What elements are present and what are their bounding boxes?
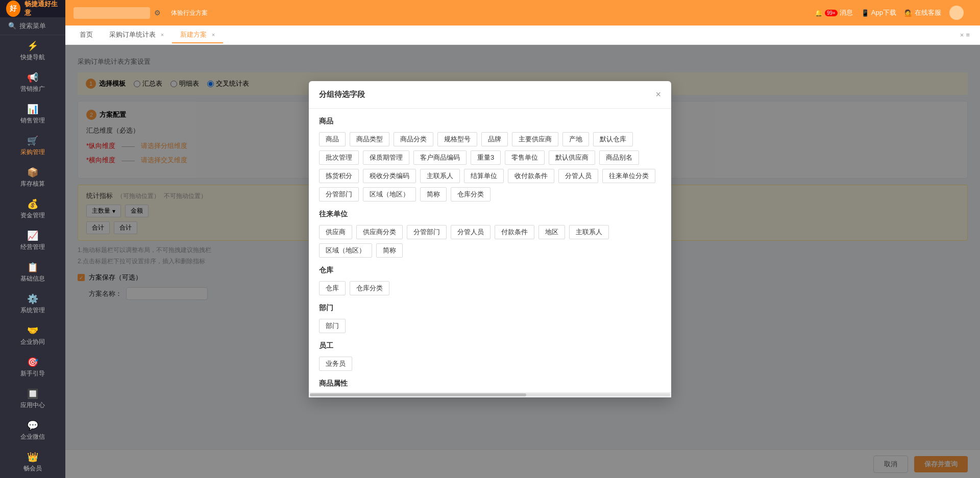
- field-tag-0-3[interactable]: 规格型号: [437, 132, 477, 146]
- field-tag-0-14[interactable]: 商品别名: [599, 150, 639, 165]
- header-settings-icon[interactable]: ⚙: [154, 9, 161, 17]
- logo-icon: 好: [6, 1, 20, 17]
- tab-purchase-stats[interactable]: 采购订单统计表 ×: [101, 27, 172, 43]
- field-tag-0-5[interactable]: 主要供应商: [512, 132, 558, 146]
- collab-icon: 🤝: [27, 325, 38, 336]
- download-icon: 📱: [861, 9, 869, 17]
- sidebar-item-appcenter[interactable]: 🔲 应用中心: [0, 383, 65, 415]
- field-tag-1-1[interactable]: 供应商分类: [356, 225, 403, 239]
- modal-header: 分组待选字段 ×: [309, 81, 671, 109]
- header-right: 🔔 99+ 消息 📱 App下载 💁 在线客服: [815, 6, 972, 20]
- marketing-icon: 📢: [27, 72, 38, 83]
- search-icon: 🔍: [8, 22, 16, 30]
- field-tag-1-4[interactable]: 付款条件: [495, 225, 534, 239]
- field-tag-0-9[interactable]: 保质期管理: [363, 150, 409, 165]
- experience-btn[interactable]: 体验行业方案: [165, 6, 214, 20]
- sidebar-item-label: 销售管理: [20, 116, 45, 125]
- field-tag-0-1[interactable]: 商品类型: [350, 132, 389, 146]
- field-tag-1-7[interactable]: 区域（地区）: [319, 243, 372, 258]
- sidebar-item-finance[interactable]: 💰 资金管理: [0, 193, 65, 225]
- sidebar-item-member[interactable]: 👑 畅会员: [0, 446, 65, 478]
- sidebar-item-label: 企业协同: [20, 338, 45, 346]
- field-tag-0-19[interactable]: 收付款条件: [508, 169, 554, 183]
- field-tag-0-6[interactable]: 产地: [562, 132, 589, 146]
- field-tag-1-3[interactable]: 分管人员: [451, 225, 491, 239]
- tab-new-plan[interactable]: 新建方案 ×: [172, 27, 223, 43]
- field-tag-0-4[interactable]: 品牌: [481, 132, 508, 146]
- field-tag-0-12[interactable]: 零售单位: [505, 150, 545, 165]
- tab-new-plan-close-icon[interactable]: ×: [212, 32, 215, 38]
- modal-section-grid-1: 供应商供应商分类分管部门分管人员付款条件地区主联系人区域（地区）简称: [319, 225, 661, 258]
- sidebar: 好 畅捷通好生意 🔍 搜索菜单 ⚡ 快捷导航 📢 营销推广 📊 销售管理 🛒 采…: [0, 0, 65, 478]
- field-tag-0-8[interactable]: 批次管理: [319, 150, 359, 165]
- field-tag-0-7[interactable]: 默认仓库: [593, 132, 633, 146]
- sidebar-item-sales[interactable]: 📊 销售管理: [0, 98, 65, 130]
- modal-horizontal-scrollbar[interactable]: [309, 392, 671, 397]
- field-tag-0-23[interactable]: 区域（地区）: [363, 187, 416, 202]
- field-tag-2-1[interactable]: 仓库分类: [350, 281, 389, 295]
- sidebar-item-operations[interactable]: 📈 经营管理: [0, 225, 65, 257]
- sidebar-item-guide[interactable]: 🎯 新手引导: [0, 351, 65, 383]
- field-tag-0-15[interactable]: 拣货积分: [319, 169, 359, 183]
- app-download-btn[interactable]: 📱 App下载: [861, 8, 896, 17]
- field-tag-1-5[interactable]: 地区: [538, 225, 565, 239]
- user-avatar[interactable]: [949, 6, 964, 20]
- field-tag-1-2[interactable]: 分管部门: [407, 225, 447, 239]
- sidebar-item-label: 资金管理: [20, 211, 45, 220]
- sidebar-search[interactable]: 🔍 搜索菜单: [0, 17, 65, 35]
- modal-close-btn[interactable]: ×: [655, 89, 661, 100]
- tab-purchase-close-icon[interactable]: ×: [161, 32, 164, 38]
- sidebar-item-collab[interactable]: 🤝 企业协同: [0, 320, 65, 351]
- tab-purchase-stats-label: 采购订单统计表: [109, 31, 156, 38]
- sidebar-item-label: 经营管理: [20, 243, 45, 251]
- inventory-icon: 📦: [27, 167, 38, 178]
- operations-icon: 📈: [27, 230, 38, 241]
- sidebar-item-wechat[interactable]: 💬 企业微信: [0, 415, 65, 446]
- sidebar-item-label: 新手引导: [20, 369, 45, 378]
- modal-section-grid-4: 业务员: [319, 357, 661, 371]
- guide-icon: 🎯: [27, 357, 38, 368]
- field-tag-0-21[interactable]: 往来单位分类: [602, 169, 655, 183]
- online-service-btn[interactable]: 💁 在线客服: [904, 8, 941, 17]
- field-tag-3-0[interactable]: 部门: [319, 319, 346, 333]
- logo-text: 畅捷通好生意: [24, 0, 59, 17]
- appcenter-icon: 🔲: [27, 388, 38, 399]
- field-tag-0-22[interactable]: 分管部门: [319, 187, 359, 202]
- modal-section-title-1: 往来单位: [319, 210, 661, 219]
- expand-icon: ≡: [966, 31, 970, 39]
- field-tag-0-20[interactable]: 分管人员: [558, 169, 598, 183]
- field-tag-0-18[interactable]: 结算单位: [464, 169, 504, 183]
- field-tag-0-10[interactable]: 客户商品编码: [413, 150, 467, 165]
- field-tag-0-2[interactable]: 商品分类: [394, 132, 433, 146]
- field-tag-2-0[interactable]: 仓库: [319, 281, 346, 295]
- field-tag-4-0[interactable]: 业务员: [319, 357, 352, 371]
- scroll-x-thumb: [310, 393, 526, 396]
- field-tag-0-0[interactable]: 商品: [319, 132, 346, 146]
- finance-icon: 💰: [27, 198, 38, 210]
- field-tag-1-0[interactable]: 供应商: [319, 225, 352, 239]
- sidebar-item-shortcut[interactable]: ⚡ 快捷导航: [0, 35, 65, 67]
- sidebar-item-inventory[interactable]: 📦 库存核算: [0, 162, 65, 193]
- sidebar-item-purchase[interactable]: 🛒 采购管理: [0, 130, 65, 162]
- shortcut-icon: ⚡: [27, 40, 38, 52]
- field-tag-0-16[interactable]: 税收分类编码: [363, 169, 416, 183]
- scroll-x-track: [310, 393, 670, 396]
- service-icon: 💁: [904, 9, 913, 17]
- sidebar-item-basic[interactable]: 📋 基础信息: [0, 257, 65, 288]
- field-tag-0-24[interactable]: 简称: [420, 187, 447, 202]
- tab-new-plan-label: 新建方案: [180, 31, 207, 38]
- field-tag-1-8[interactable]: 简称: [376, 243, 403, 258]
- basic-icon: 📋: [27, 262, 38, 273]
- field-tag-0-11[interactable]: 重量3: [471, 150, 501, 165]
- field-tag-0-25[interactable]: 仓库分类: [451, 187, 491, 202]
- field-tag-0-13[interactable]: 默认供应商: [549, 150, 595, 165]
- field-tag-0-17[interactable]: 主联系人: [420, 169, 460, 183]
- modal-section-title-5: 商品属性: [319, 379, 661, 388]
- notification-btn[interactable]: 🔔 99+ 消息: [815, 8, 853, 17]
- header-search-input[interactable]: [74, 7, 150, 19]
- sidebar-item-marketing[interactable]: 📢 营销推广: [0, 67, 65, 98]
- sidebar-item-system[interactable]: ⚙️ 系统管理: [0, 288, 65, 320]
- field-tag-1-6[interactable]: 主联系人: [569, 225, 609, 239]
- tab-home[interactable]: 首页: [71, 27, 101, 43]
- tabs-close-all[interactable]: × ≡: [956, 31, 974, 39]
